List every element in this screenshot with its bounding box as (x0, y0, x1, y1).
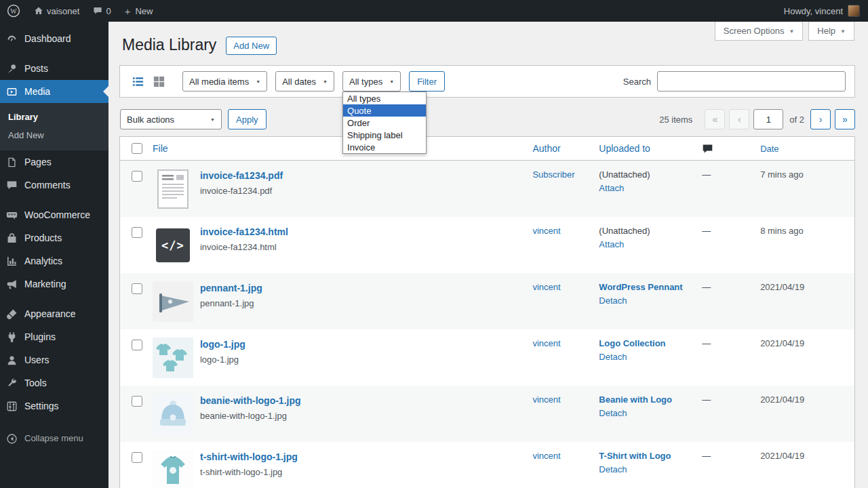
detach-link[interactable]: Detach (599, 296, 702, 306)
uploaded-to-link[interactable]: Beanie with Logo (599, 394, 702, 405)
analytics-chart-icon (5, 255, 18, 267)
sidebar-item-comments[interactable]: Comments (0, 174, 108, 197)
column-header-file[interactable]: File (153, 143, 168, 154)
sidebar-item-label: Analytics (24, 255, 62, 267)
sidebar-item-woocommerce[interactable]: WooCommerce (0, 203, 108, 226)
sidebar-item-pages[interactable]: Pages (0, 150, 108, 174)
sidebar-item-appearance[interactable]: Appearance (0, 302, 108, 325)
collapse-arrow-icon (5, 432, 18, 445)
media-title-link[interactable]: beanie-with-logo-1.jpg (200, 395, 301, 406)
collapse-menu-button[interactable]: Collapse menu (0, 427, 108, 450)
beanie-thumbnail[interactable] (153, 394, 193, 434)
site-menu[interactable]: vaisonet (27, 0, 86, 22)
last-page-button[interactable]: » (835, 109, 855, 129)
uploaded-to-link[interactable]: T-Shirt with Logo (599, 451, 702, 461)
type-filter-dropdown: All types Quote Order Shipping label Inv… (342, 92, 427, 154)
sidebar-subitem-library[interactable]: Library (0, 108, 108, 126)
next-page-button[interactable]: › (810, 109, 831, 129)
media-icon (5, 85, 18, 98)
new-content-menu[interactable]: New (118, 0, 160, 22)
detach-link[interactable]: Detach (599, 408, 702, 418)
list-view-button[interactable] (129, 73, 146, 90)
type-filter-select[interactable]: All types (342, 71, 401, 92)
pennant-thumbnail[interactable] (153, 281, 193, 322)
column-header-date[interactable]: Date (760, 144, 778, 154)
howdy-account-menu[interactable]: Howdy, vincent (784, 6, 843, 16)
row-checkbox[interactable] (132, 340, 142, 350)
column-header-author[interactable]: Author (532, 143, 560, 154)
sidebar-item-label: Tools (24, 377, 47, 389)
select-all-checkbox[interactable] (132, 143, 142, 154)
comments-column-icon (702, 143, 713, 155)
add-new-media-button[interactable]: Add New (226, 37, 277, 55)
upload-date: 2021/04/19 (760, 386, 854, 442)
attach-link[interactable]: Attach (599, 183, 702, 193)
row-checkbox[interactable] (132, 452, 142, 463)
uploaded-to-link[interactable]: Logo Collection (599, 338, 702, 348)
comments-value: — (702, 217, 760, 273)
sidebar-item-tools[interactable]: Tools (0, 371, 108, 394)
filter-button[interactable]: Filter (409, 71, 445, 92)
sidebar-item-products[interactable]: Products (0, 226, 108, 249)
comments-menu[interactable]: 0 (86, 0, 117, 22)
bulk-actions-value: Bulk actions (127, 115, 174, 125)
comments-value: — (702, 273, 760, 329)
media-submenu: Library Add New (0, 103, 108, 150)
screen-options-button[interactable]: Screen Options (715, 22, 804, 41)
sidebar-item-media[interactable]: Media (0, 80, 108, 103)
detach-link[interactable]: Detach (599, 464, 702, 474)
code-file-icon[interactable]: </> (153, 225, 193, 266)
author-link[interactable]: vincent (532, 226, 560, 236)
main-content: Screen Options Help Media Library Add Ne… (108, 22, 868, 488)
search-input[interactable] (657, 71, 846, 92)
media-filename: invoice-fa1234.html (200, 242, 288, 252)
pagination: 25 items « ‹ of 2 › » (659, 109, 855, 129)
logo-thumbnail[interactable] (153, 338, 193, 378)
author-link[interactable]: vincent (532, 282, 560, 292)
uploaded-to-link[interactable]: WordPress Pennant (599, 282, 702, 292)
sidebar-item-dashboard[interactable]: Dashboard (0, 27, 108, 50)
current-page-input[interactable] (753, 109, 783, 129)
dropdown-option-quote[interactable]: Quote (343, 104, 426, 117)
bulk-actions-select[interactable]: Bulk actions (120, 109, 222, 129)
apply-button[interactable]: Apply (228, 109, 267, 129)
media-title-link[interactable]: invoice-fa1234.html (200, 226, 288, 237)
media-title-link[interactable]: logo-1.jpg (200, 339, 245, 350)
dropdown-option-invoice[interactable]: Invoice (343, 141, 426, 153)
author-link[interactable]: vincent (532, 338, 560, 348)
dropdown-option-shipping-label[interactable]: Shipping label (343, 129, 426, 141)
pdf-document-icon[interactable] (153, 169, 193, 209)
media-title-link[interactable]: invoice-fa1234.pdf (200, 170, 283, 181)
sidebar-subitem-add-new[interactable]: Add New (0, 126, 108, 144)
sidebar-item-users[interactable]: Users (0, 348, 108, 371)
sidebar-item-settings[interactable]: Settings (0, 394, 108, 418)
media-title-link[interactable]: t-shirt-with-logo-1.jpg (200, 451, 298, 462)
author-link[interactable]: vincent (532, 394, 560, 405)
sidebar-item-label: Marketing (24, 278, 66, 290)
first-page-button: « (705, 109, 725, 129)
sidebar-item-marketing[interactable]: Marketing (0, 272, 108, 296)
date-filter-select[interactable]: All dates (275, 71, 334, 92)
author-link[interactable]: vincent (532, 451, 560, 461)
tshirt-thumbnail[interactable] (153, 450, 193, 488)
detach-link[interactable]: Detach (599, 352, 702, 362)
media-items-filter-select[interactable]: All media items (182, 71, 267, 92)
table-row: logo-1.jpg logo-1.jpg vincent Logo Colle… (120, 329, 854, 386)
row-checkbox[interactable] (132, 171, 142, 182)
grid-view-button[interactable] (150, 73, 167, 90)
row-checkbox[interactable] (132, 227, 142, 238)
sidebar-item-posts[interactable]: Posts (0, 57, 108, 80)
wordpress-logo-icon[interactable]: W (0, 0, 27, 22)
dropdown-option-order[interactable]: Order (343, 117, 426, 129)
column-header-uploaded-to[interactable]: Uploaded to (599, 143, 650, 154)
row-checkbox[interactable] (132, 283, 142, 294)
media-title-link[interactable]: pennant-1.jpg (200, 283, 262, 293)
row-checkbox[interactable] (132, 396, 142, 407)
attach-link[interactable]: Attach (599, 239, 702, 249)
author-link[interactable]: Subscriber (532, 169, 574, 180)
dropdown-option-all-types[interactable]: All types (343, 92, 426, 104)
sidebar-item-analytics[interactable]: Analytics (0, 249, 108, 272)
help-button[interactable]: Help (808, 22, 854, 41)
sidebar-item-plugins[interactable]: Plugins (0, 325, 108, 348)
menu-separator (0, 296, 108, 302)
